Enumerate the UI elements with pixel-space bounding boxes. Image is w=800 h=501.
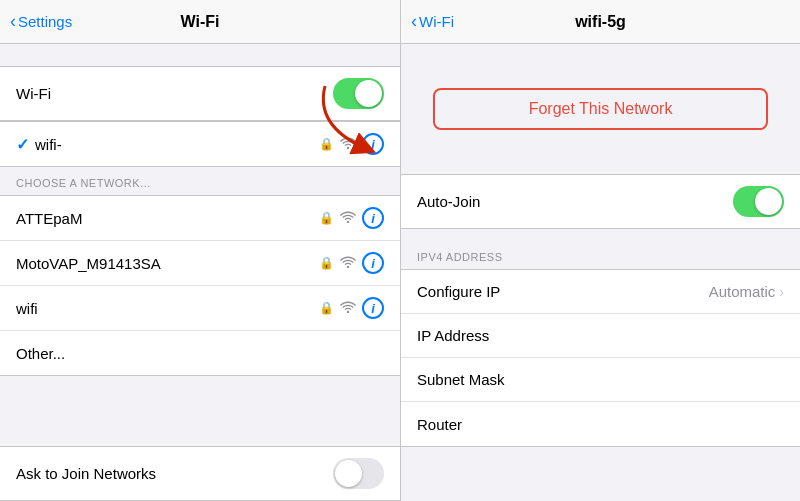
wifi-signal-icon	[340, 136, 356, 152]
ipv4-group: Configure IP Automatic › IP Address Subn…	[401, 269, 800, 447]
configure-ip-label: Configure IP	[417, 283, 709, 300]
connected-network-icons: 🔒 i	[319, 133, 384, 155]
back-label: Settings	[18, 13, 72, 30]
choose-network-label: CHOOSE A NETWORK...	[0, 167, 400, 195]
list-item[interactable]: MotoVAP_M91413SA 🔒 i	[0, 241, 400, 286]
svg-point-1	[347, 221, 349, 223]
auto-join-row: Auto-Join	[401, 175, 800, 228]
network-icons-1: 🔒 i	[319, 207, 384, 229]
lock-icon: 🔒	[319, 301, 334, 315]
wifi-toggle-row: Wi-Fi	[0, 67, 400, 120]
chevron-right-icon: ›	[779, 284, 784, 300]
ip-address-label: IP Address	[417, 327, 784, 344]
wifi-signal-icon	[340, 300, 356, 316]
left-nav-title: Wi-Fi	[181, 13, 220, 31]
configure-ip-value: Automatic ›	[709, 283, 784, 300]
auto-join-group: Auto-Join	[401, 174, 800, 229]
network-name-wifi: wifi	[16, 300, 319, 317]
back-chevron-icon: ‹	[10, 11, 16, 32]
wifi-signal-icon	[340, 210, 356, 226]
subnet-mask-row: Subnet Mask	[401, 358, 800, 402]
ipv4-section-label: IPV4 ADDRESS	[401, 251, 800, 269]
left-panel: ‹ Settings Wi-Fi Wi-Fi ✓ wifi- 🔒	[0, 0, 400, 501]
right-panel: ‹ Wi-Fi wifi-5g Forget This Network Auto…	[400, 0, 800, 501]
network-icons-3: 🔒 i	[319, 297, 384, 319]
auto-join-toggle[interactable]	[733, 186, 784, 217]
router-row: Router	[401, 402, 800, 446]
auto-join-label: Auto-Join	[417, 193, 733, 210]
forget-network-button[interactable]: Forget This Network	[433, 88, 768, 130]
ask-to-join-toggle[interactable]	[333, 458, 384, 489]
wifi-toggle[interactable]	[333, 78, 384, 109]
network-other: Other...	[16, 345, 384, 362]
connected-network-row[interactable]: ✓ wifi- 🔒 i	[0, 122, 400, 166]
wifi-back-button[interactable]: ‹ Wi-Fi	[411, 11, 454, 32]
wifi-label: Wi-Fi	[16, 85, 333, 102]
toggle-knob	[755, 188, 782, 215]
subnet-mask-label: Subnet Mask	[417, 371, 784, 388]
ask-to-join-label: Ask to Join Networks	[16, 465, 333, 482]
ip-address-row: IP Address	[401, 314, 800, 358]
svg-point-3	[347, 311, 349, 313]
back-chevron-icon: ‹	[411, 11, 417, 32]
list-item[interactable]: wifi 🔒 i	[0, 286, 400, 331]
ask-to-join-group: Ask to Join Networks	[0, 446, 400, 501]
svg-point-2	[347, 266, 349, 268]
configure-ip-text: Automatic	[709, 283, 776, 300]
svg-point-0	[347, 147, 349, 149]
network-name-attepam: ATTEpaM	[16, 210, 319, 227]
connected-network-name: wifi-	[35, 136, 319, 153]
wifi-signal-icon	[340, 255, 356, 271]
lock-icon: 🔒	[319, 256, 334, 270]
right-nav-title: wifi-5g	[575, 13, 626, 31]
configure-ip-row[interactable]: Configure IP Automatic ›	[401, 270, 800, 314]
network-info-icon[interactable]: i	[362, 207, 384, 229]
wifi-back-label: Wi-Fi	[419, 13, 454, 30]
network-info-icon[interactable]: i	[362, 297, 384, 319]
toggle-knob	[355, 80, 382, 107]
toggle-knob	[335, 460, 362, 487]
network-name-motovap: MotoVAP_M91413SA	[16, 255, 319, 272]
wifi-toggle-group: Wi-Fi	[0, 66, 400, 121]
network-icons-2: 🔒 i	[319, 252, 384, 274]
connected-network-group: ✓ wifi- 🔒 i	[0, 121, 400, 167]
network-info-icon[interactable]: i	[362, 133, 384, 155]
network-list: ATTEpaM 🔒 i MotoVAP_M91413SA 🔒	[0, 195, 400, 376]
router-label: Router	[417, 416, 784, 433]
network-info-icon[interactable]: i	[362, 252, 384, 274]
lock-icon: 🔒	[319, 211, 334, 225]
left-nav-bar: ‹ Settings Wi-Fi	[0, 0, 400, 44]
wifi-toggle-right	[333, 78, 384, 109]
ask-to-join-row: Ask to Join Networks	[0, 447, 400, 500]
forget-button-label: Forget This Network	[529, 100, 673, 117]
connected-checkmark-icon: ✓	[16, 135, 29, 154]
right-nav-bar: ‹ Wi-Fi wifi-5g	[401, 0, 800, 44]
lock-icon: 🔒	[319, 137, 334, 151]
list-item-other[interactable]: Other...	[0, 331, 400, 375]
list-item[interactable]: ATTEpaM 🔒 i	[0, 196, 400, 241]
settings-back-button[interactable]: ‹ Settings	[10, 11, 72, 32]
